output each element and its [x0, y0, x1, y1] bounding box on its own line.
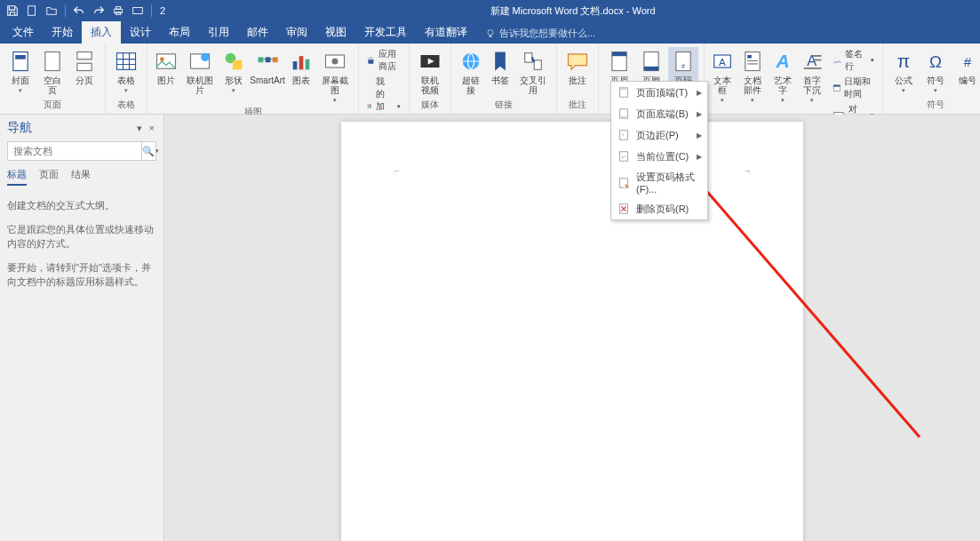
store-icon [367, 54, 375, 67]
dd-remove-page-numbers[interactable]: 删除页码(R) [611, 198, 707, 219]
current-position-icon: |# [617, 149, 631, 163]
tab-mailings[interactable]: 邮件 [238, 21, 277, 44]
number-button[interactable]: #编号 [952, 47, 980, 87]
svg-rect-4 [133, 8, 143, 14]
page[interactable]: ⌐ ¬ [341, 122, 803, 541]
redo-button[interactable] [90, 2, 108, 20]
group-illustrations: 图片 联机图片 形状▾ SmartArt 图表 屏幕截图▾ 插图 [147, 44, 359, 114]
group-label: 页面 [5, 99, 100, 112]
tab-design[interactable]: 设计 [121, 21, 160, 44]
bookmark-button[interactable]: 书签 [487, 47, 514, 87]
blank-page-button[interactable]: 空白页 [36, 47, 68, 97]
signature-line-button[interactable]: 签名行▾ [830, 47, 878, 74]
document-area[interactable]: ⌐ ¬ [164, 115, 980, 541]
page-number-dropdown: 页面顶端(T) ▶ 页面底端(B) ▶ # 页边距(P) ▶ |# 当前位置(C… [610, 81, 708, 220]
dd-format-page-numbers[interactable]: 设置页码格式(F)... [611, 167, 707, 198]
print-button[interactable] [109, 2, 127, 20]
comment-icon [565, 49, 590, 74]
chevron-down-icon[interactable]: ▾ [135, 123, 144, 134]
bookmark-icon [488, 49, 513, 74]
picture-button[interactable]: 图片 [153, 47, 180, 87]
save-button[interactable] [4, 2, 21, 20]
group-symbols: π公式▾ Ω符号▾ #编号 符号 [883, 44, 980, 114]
search-input[interactable] [8, 142, 141, 160]
tab-headings[interactable]: 标题 [7, 168, 27, 186]
group-pages: 封面▾ 空白页 分页 页面 [0, 44, 106, 114]
footer-icon [639, 49, 664, 74]
svg-point-15 [202, 53, 210, 61]
svg-rect-2 [116, 7, 120, 10]
quick-parts-button[interactable]: 文档部件▾ [737, 47, 768, 106]
dd-bottom-of-page[interactable]: 页面底端(B) ▶ [611, 103, 707, 124]
tell-me-search[interactable]: 告诉我您想要做什么... [485, 27, 595, 44]
shapes-button[interactable]: 形状▾ [220, 47, 248, 96]
wordart-button[interactable]: A艺术字▾ [770, 47, 795, 106]
navigation-body: 创建文档的交互式大纲。 它是跟踪您的具体位置或快速移动内容的好方式。 要开始，请… [7, 198, 156, 298]
new-button[interactable] [23, 2, 41, 20]
nav-hint-2: 它是跟踪您的具体位置或快速移动内容的好方式。 [7, 222, 156, 251]
svg-point-25 [331, 59, 338, 65]
cross-reference-button[interactable]: 交叉引用 [515, 47, 551, 97]
cover-page-button[interactable]: 封面▾ [5, 47, 35, 96]
tab-results[interactable]: 结果 [71, 168, 91, 186]
screenshot-button[interactable]: 屏幕截图▾ [316, 47, 353, 106]
group-addins: 应用商店 我的加载项▾ 加载项 [359, 44, 410, 114]
dd-current-position[interactable]: |# 当前位置(C) ▶ [611, 146, 707, 167]
tab-developer[interactable]: 开发工具 [355, 21, 416, 44]
table-button[interactable]: 表格▾ [111, 47, 141, 96]
svg-rect-18 [259, 57, 264, 62]
date-time-button[interactable]: 日期和时间 [830, 75, 878, 101]
separator [151, 4, 152, 17]
dd-top-of-page[interactable]: 页面顶端(T) ▶ [611, 82, 707, 103]
hyperlink-button[interactable]: 超链接 [457, 47, 485, 97]
addins-icon [367, 100, 371, 113]
undo-button[interactable] [70, 2, 88, 20]
symbol-button[interactable]: Ω符号▾ [920, 47, 951, 96]
tab-youdao[interactable]: 有道翻译 [416, 21, 476, 44]
navigation-search: 🔍▾ [7, 141, 156, 161]
margin-mark-tl: ⌐ [394, 166, 400, 176]
tab-pages[interactable]: 页面 [39, 168, 59, 186]
online-video-button[interactable]: 联机视频 [415, 47, 445, 97]
close-pane-button[interactable]: × [147, 123, 156, 134]
store-button[interactable]: 应用商店 [364, 47, 403, 74]
tab-references[interactable]: 引用 [199, 21, 238, 44]
svg-rect-7 [15, 55, 26, 60]
svg-text:Ω: Ω [929, 52, 942, 71]
svg-rect-43 [747, 55, 752, 59]
online-pictures-button[interactable]: 联机图片 [182, 47, 219, 97]
dd-page-margins[interactable]: # 页边距(P) ▶ [611, 124, 707, 146]
drop-cap-button[interactable]: A首字下沉▾ [797, 47, 828, 106]
group-links: 超链接 书签 交叉引用 链接 [451, 44, 557, 114]
chart-icon [289, 49, 314, 74]
equation-button[interactable]: π公式▾ [888, 47, 919, 96]
tab-insert[interactable]: 插入 [82, 21, 121, 44]
comment-button[interactable]: 批注 [562, 47, 593, 87]
chart-button[interactable]: 图表 [287, 47, 315, 87]
svg-rect-28 [368, 107, 370, 108]
tell-me-label: 告诉我您想要做什么... [499, 27, 595, 40]
tab-home[interactable]: 开始 [43, 21, 82, 44]
open-button[interactable] [43, 2, 60, 20]
tab-file[interactable]: 文件 [4, 21, 43, 44]
smartart-icon [255, 49, 280, 74]
video-icon [418, 49, 442, 74]
svg-rect-52 [833, 85, 840, 87]
textbox-button[interactable]: A文本框▾ [710, 47, 735, 106]
svg-rect-10 [77, 63, 92, 70]
submenu-arrow-icon: ▶ [697, 153, 702, 161]
tab-review[interactable]: 审阅 [277, 21, 316, 44]
touch-mode-button[interactable] [129, 2, 147, 20]
table-icon [114, 49, 139, 74]
page-break-button[interactable]: 分页 [70, 47, 100, 87]
tab-view[interactable]: 视图 [316, 21, 355, 44]
chevron-down-icon: ▾ [902, 87, 905, 94]
svg-rect-20 [273, 57, 278, 62]
qat-more-indicator[interactable]: 2 [156, 5, 169, 16]
smartart-button[interactable]: SmartArt [250, 47, 286, 87]
search-button[interactable]: 🔍▾ [141, 142, 159, 160]
tab-layout[interactable]: 布局 [160, 21, 199, 44]
svg-rect-48 [813, 55, 821, 57]
svg-text:#: # [964, 54, 972, 69]
svg-rect-33 [534, 60, 541, 70]
